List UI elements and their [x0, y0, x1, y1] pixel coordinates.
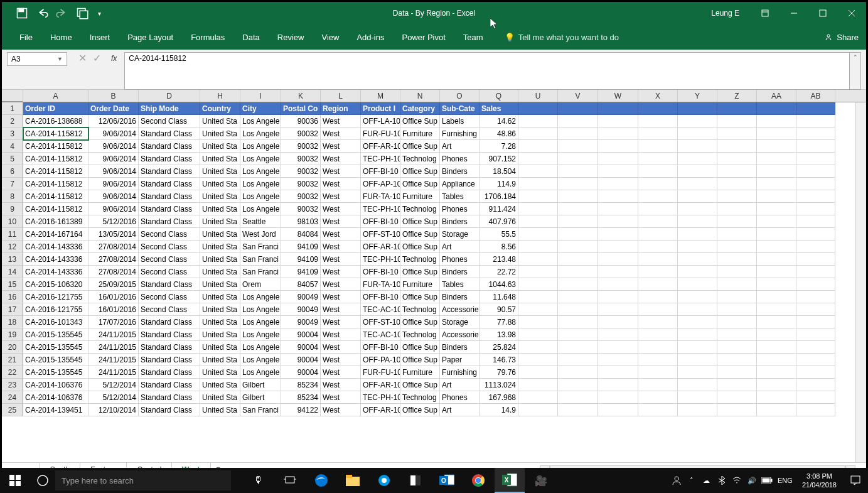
cell[interactable]	[518, 215, 558, 228]
cell[interactable]: 907.152	[480, 153, 518, 165]
cell[interactable]: 11.648	[480, 291, 518, 303]
cell[interactable]: 98103	[281, 215, 321, 228]
cell[interactable]	[678, 140, 717, 153]
row-header[interactable]: 1	[2, 102, 23, 115]
cell[interactable]: Standard Class	[139, 127, 200, 140]
cell[interactable]	[518, 404, 558, 416]
column-header[interactable]: Q	[480, 90, 518, 102]
column-header[interactable]: I	[240, 90, 281, 102]
cell[interactable]: 12/10/2014	[88, 404, 139, 416]
cell[interactable]: Standard Class	[139, 190, 200, 203]
cell[interactable]	[678, 253, 717, 266]
enter-formula-icon[interactable]: ✓	[93, 52, 101, 64]
cell[interactable]: 25/09/2015	[88, 278, 139, 291]
cell[interactable]	[717, 404, 757, 416]
cell[interactable]: Second Class	[139, 266, 200, 278]
cell[interactable]: San Franci	[240, 241, 281, 253]
cell[interactable]	[678, 203, 717, 215]
cell[interactable]	[598, 153, 638, 165]
cell[interactable]: 84057	[281, 278, 321, 291]
cell[interactable]: 213.48	[480, 253, 518, 266]
header-cell[interactable]	[598, 102, 638, 115]
select-all-corner[interactable]	[2, 90, 23, 102]
cell[interactable]: United Sta	[200, 153, 240, 165]
cell[interactable]: Standard Class	[139, 341, 200, 354]
language-indicator[interactable]: ENG	[774, 468, 796, 493]
column-header[interactable]: N	[400, 90, 440, 102]
header-cell[interactable]: Sales	[480, 102, 518, 115]
cell[interactable]: TEC-AC-10	[361, 328, 400, 341]
collapse-formula-icon[interactable]: ⌃	[850, 52, 861, 90]
cell[interactable]: West	[321, 341, 361, 354]
cell[interactable]	[598, 127, 638, 140]
cell[interactable]: West	[321, 391, 361, 404]
cell[interactable]: Technolog	[400, 303, 440, 316]
cell[interactable]: Furniture	[400, 366, 440, 379]
cell[interactable]	[518, 140, 558, 153]
header-cell[interactable]: Product I	[361, 102, 400, 115]
cell[interactable]: Technolog	[400, 203, 440, 215]
cell[interactable]: West	[321, 379, 361, 391]
cell[interactable]: West	[321, 241, 361, 253]
app-icon-2[interactable]: 🎥	[526, 468, 556, 493]
cell[interactable]	[558, 328, 598, 341]
row-header[interactable]: 18	[2, 316, 23, 328]
cell[interactable]	[796, 354, 835, 366]
cell[interactable]: CA-2014-115812	[23, 203, 88, 215]
cell[interactable]	[598, 278, 638, 291]
cell[interactable]	[638, 228, 678, 241]
cell[interactable]	[717, 354, 757, 366]
cell[interactable]	[757, 165, 796, 178]
cell[interactable]	[558, 303, 598, 316]
cell[interactable]: West	[321, 328, 361, 341]
cell[interactable]: Standard Class	[139, 391, 200, 404]
header-cell[interactable]	[717, 102, 757, 115]
cell[interactable]: Tables	[440, 190, 480, 203]
cell[interactable]: OFF-BI-10	[361, 165, 400, 178]
cell[interactable]: Office Sup	[400, 140, 440, 153]
cell[interactable]: FUR-TA-10	[361, 278, 400, 291]
cell[interactable]: Accessorie	[440, 303, 480, 316]
cell[interactable]: Art	[440, 241, 480, 253]
bluetooth-icon[interactable]	[714, 468, 729, 493]
cell[interactable]	[598, 328, 638, 341]
cell[interactable]	[638, 316, 678, 328]
cell[interactable]	[598, 291, 638, 303]
cell[interactable]	[558, 190, 598, 203]
cell[interactable]: Office Sup	[400, 291, 440, 303]
cell[interactable]: Standard Class	[139, 140, 200, 153]
header-cell[interactable]: Postal Co	[281, 102, 321, 115]
cell[interactable]: Gilbert	[240, 391, 281, 404]
cell[interactable]	[518, 341, 558, 354]
cell[interactable]: West	[321, 203, 361, 215]
cell[interactable]	[518, 291, 558, 303]
cell[interactable]	[558, 278, 598, 291]
cell[interactable]	[678, 291, 717, 303]
cell[interactable]	[757, 266, 796, 278]
ribbon-tab-file[interactable]: File	[11, 24, 41, 50]
cell[interactable]	[558, 241, 598, 253]
cell[interactable]: Standard Class	[139, 215, 200, 228]
cell[interactable]: Standard Class	[139, 165, 200, 178]
camera-icon[interactable]	[369, 468, 399, 493]
cell[interactable]	[598, 190, 638, 203]
header-cell[interactable]: Country	[200, 102, 240, 115]
cell[interactable]: 85234	[281, 391, 321, 404]
cell[interactable]	[638, 127, 678, 140]
row-header[interactable]: 22	[2, 366, 23, 379]
header-cell[interactable]: Region	[321, 102, 361, 115]
cell[interactable]: 90004	[281, 366, 321, 379]
cell[interactable]: Storage	[440, 316, 480, 328]
cell[interactable]	[678, 228, 717, 241]
onedrive-icon[interactable]: ☁	[699, 468, 714, 493]
row-header[interactable]: 20	[2, 341, 23, 354]
close-icon[interactable]	[837, 2, 866, 24]
cell[interactable]	[717, 303, 757, 316]
cell[interactable]: Los Angele	[240, 291, 281, 303]
cell[interactable]: West	[321, 140, 361, 153]
cell[interactable]: United Sta	[200, 404, 240, 416]
wifi-icon[interactable]	[729, 468, 744, 493]
cell[interactable]	[717, 241, 757, 253]
cell[interactable]	[558, 215, 598, 228]
cell[interactable]	[638, 354, 678, 366]
